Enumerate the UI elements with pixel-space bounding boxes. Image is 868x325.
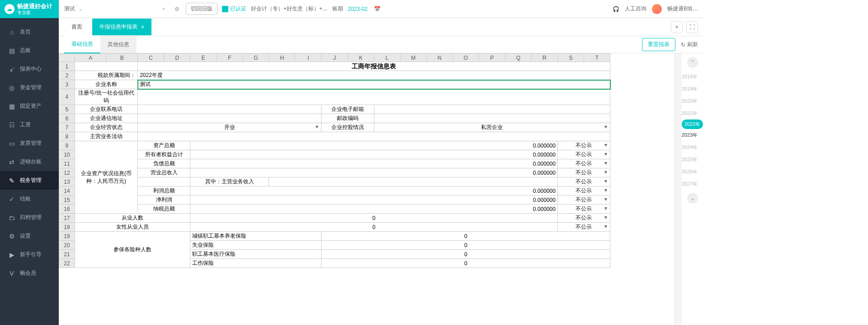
- col-header-M[interactable]: M: [400, 54, 426, 62]
- ins-val-22[interactable]: 0: [321, 259, 610, 268]
- metric-val-10[interactable]: 0.000000: [190, 150, 558, 159]
- year-2023年[interactable]: 2023年: [682, 129, 703, 141]
- metric-val-15[interactable]: 0.000000: [190, 196, 558, 205]
- row-header-3[interactable]: 3: [59, 80, 75, 89]
- avatar[interactable]: [652, 4, 662, 14]
- col-header-D[interactable]: D: [164, 54, 190, 62]
- row-header-21[interactable]: 21: [59, 250, 75, 259]
- phone-value[interactable]: [138, 105, 321, 114]
- sidebar-item-0[interactable]: ⌂首页: [0, 23, 59, 41]
- spreadsheet[interactable]: ABCDEFGHIJKLMNOPQRST1工商年报信息表2税款所属期间：2022…: [59, 53, 675, 325]
- ins-val-19[interactable]: 0: [321, 232, 610, 241]
- row-header-8[interactable]: 8: [59, 132, 75, 141]
- row-header-12[interactable]: 12: [59, 168, 75, 177]
- sidebar-item-12[interactable]: ▶新手引导: [0, 245, 59, 264]
- col-header-Q[interactable]: Q: [505, 54, 531, 62]
- metric-val-13[interactable]: [269, 177, 558, 186]
- year-2021年[interactable]: 2021年: [682, 107, 703, 119]
- year-down-icon[interactable]: ⌄: [687, 193, 698, 204]
- close-all-icon[interactable]: ×: [671, 21, 683, 33]
- col-header-I[interactable]: I: [295, 54, 321, 62]
- disclose-13[interactable]: 不公示: [557, 177, 610, 186]
- close-icon[interactable]: ×: [141, 24, 144, 30]
- metric-val-11[interactable]: 0.000000: [190, 159, 558, 168]
- calendar-icon[interactable]: 📅: [372, 4, 382, 14]
- subtab-basic[interactable]: 基础信息: [64, 36, 100, 53]
- disclose-15[interactable]: 不公示: [557, 196, 610, 205]
- col-header-G[interactable]: G: [243, 54, 269, 62]
- metric-val-9[interactable]: 0.000000: [190, 141, 558, 150]
- reg-value[interactable]: [138, 89, 610, 105]
- row-header-5[interactable]: 5: [59, 105, 75, 114]
- disclose-11[interactable]: 不公示: [557, 159, 610, 168]
- user-name[interactable]: 畅捷通B组…: [667, 5, 698, 13]
- tab-home[interactable]: 首页: [64, 19, 90, 35]
- row-header-1[interactable]: 1: [59, 62, 75, 71]
- holding-select[interactable]: 私营企业: [374, 123, 610, 132]
- switch-old-button[interactable]: 切回旧版: [186, 3, 217, 15]
- metric-val-14[interactable]: 0.000000: [190, 186, 558, 196]
- year-2024年[interactable]: 2024年: [682, 141, 703, 153]
- scrollbar[interactable]: [675, 53, 681, 325]
- metric-val-16[interactable]: 0.000000: [190, 205, 558, 214]
- status-select[interactable]: 开业: [138, 123, 321, 132]
- support-link[interactable]: 人工咨询: [625, 5, 646, 13]
- row-header-4[interactable]: 4: [59, 89, 75, 105]
- postal-value[interactable]: [374, 114, 610, 123]
- col-header-F[interactable]: F: [217, 54, 243, 62]
- col-header-N[interactable]: N: [426, 54, 453, 62]
- row-header-17[interactable]: 17: [59, 214, 75, 223]
- row-header-10[interactable]: 10: [59, 150, 75, 159]
- reset-button[interactable]: 重置报表: [642, 38, 675, 51]
- sidebar-item-2[interactable]: ⭹报表中心: [0, 60, 59, 78]
- col-header-E[interactable]: E: [190, 54, 217, 62]
- corner-cell[interactable]: [59, 54, 75, 62]
- row-header-19[interactable]: 19: [59, 232, 75, 241]
- fullscreen-icon[interactable]: ⛶: [686, 21, 698, 33]
- tab-annual-report[interactable]: 年报信息申报表 ×: [92, 19, 151, 35]
- row-header-13[interactable]: 13: [59, 177, 75, 186]
- mainbiz-value[interactable]: [138, 132, 610, 141]
- company-value-cell[interactable]: 测试: [138, 80, 610, 89]
- ins-val-21[interactable]: 0: [321, 250, 610, 259]
- disclose-17[interactable]: 不公示: [557, 214, 610, 223]
- col-header-A[interactable]: A: [75, 54, 106, 62]
- gear-icon[interactable]: ⚙: [173, 4, 181, 14]
- refresh-button[interactable]: ↻ 刷新: [681, 41, 698, 48]
- sidebar-item-5[interactable]: ☷工资: [0, 115, 59, 134]
- sidebar-item-7[interactable]: ⇄进销台账: [0, 153, 59, 171]
- company-selector[interactable]: 测试 ⌄: [64, 5, 155, 13]
- col-header-L[interactable]: L: [374, 54, 400, 62]
- col-header-P[interactable]: P: [479, 54, 505, 62]
- col-header-R[interactable]: R: [531, 54, 557, 62]
- row-header-22[interactable]: 22: [59, 259, 75, 268]
- year-2018年[interactable]: 2018年: [682, 71, 703, 83]
- col-header-S[interactable]: S: [557, 54, 584, 62]
- sidebar-item-1[interactable]: ▤总账: [0, 41, 59, 60]
- row-header-15[interactable]: 15: [59, 196, 75, 205]
- sidebar-item-13[interactable]: V畅会员: [0, 264, 59, 282]
- metric-val-12[interactable]: 0.000000: [190, 168, 558, 177]
- sidebar-item-10[interactable]: 🗀归档管理: [0, 208, 59, 227]
- year-2019年[interactable]: 2019年: [682, 83, 703, 95]
- col-header-O[interactable]: O: [453, 54, 479, 62]
- year-2025年[interactable]: 2025年: [682, 153, 703, 166]
- year-up-icon[interactable]: ⌃: [687, 57, 698, 68]
- col-header-H[interactable]: H: [269, 54, 295, 62]
- row-header-16[interactable]: 16: [59, 205, 75, 214]
- row-header-9[interactable]: 9: [59, 141, 75, 150]
- disclose-14[interactable]: 不公示: [557, 186, 610, 196]
- col-header-K[interactable]: K: [348, 54, 374, 62]
- col-header-B[interactable]: B: [106, 54, 138, 62]
- row-header-20[interactable]: 20: [59, 241, 75, 250]
- year-2022年[interactable]: 2022年: [682, 119, 703, 129]
- row-header-7[interactable]: 7: [59, 123, 75, 132]
- disclose-12[interactable]: 不公示: [557, 168, 610, 177]
- female-value[interactable]: 0: [190, 223, 558, 232]
- row-header-6[interactable]: 6: [59, 114, 75, 123]
- row-header-11[interactable]: 11: [59, 159, 75, 168]
- sidebar-item-4[interactable]: ▦固定资产: [0, 97, 59, 115]
- sidebar-item-6[interactable]: ▭发票管理: [0, 134, 59, 153]
- addr-value[interactable]: [138, 114, 321, 123]
- sidebar-item-11[interactable]: ⚙设置: [0, 227, 59, 245]
